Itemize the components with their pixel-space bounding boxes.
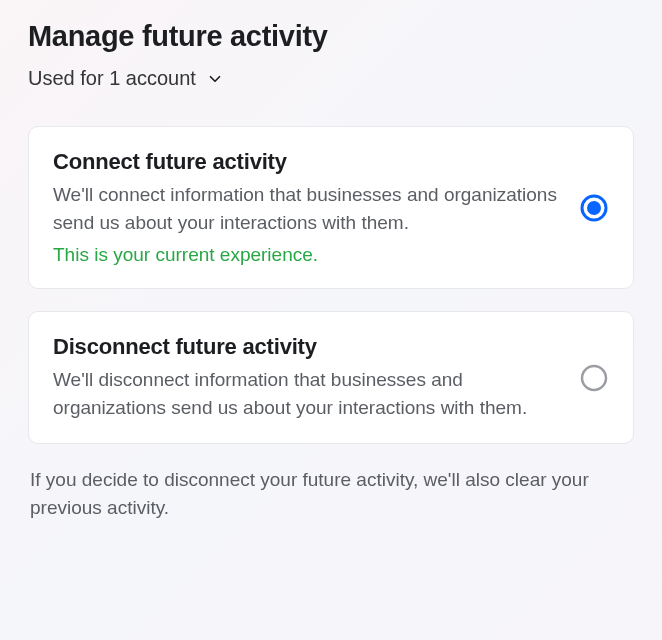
radio-connect[interactable]: [579, 193, 609, 223]
option-connect-description: We'll connect information that businesse…: [53, 181, 559, 236]
chevron-down-icon: [206, 70, 224, 88]
radio-disconnect[interactable]: [579, 363, 609, 393]
svg-point-2: [582, 366, 606, 390]
option-disconnect-content: Disconnect future activity We'll disconn…: [53, 334, 559, 421]
option-connect-content: Connect future activity We'll connect in…: [53, 149, 559, 266]
option-disconnect-future-activity[interactable]: Disconnect future activity We'll disconn…: [28, 311, 634, 444]
current-experience-note: This is your current experience.: [53, 244, 559, 266]
account-selector-label: Used for 1 account: [28, 67, 196, 90]
footer-note: If you decide to disconnect your future …: [28, 466, 634, 521]
option-connect-future-activity[interactable]: Connect future activity We'll connect in…: [28, 126, 634, 289]
option-disconnect-title: Disconnect future activity: [53, 334, 559, 360]
option-connect-title: Connect future activity: [53, 149, 559, 175]
svg-point-1: [587, 201, 601, 215]
page-title: Manage future activity: [28, 20, 634, 53]
account-selector[interactable]: Used for 1 account: [28, 67, 224, 90]
option-disconnect-description: We'll disconnect information that busine…: [53, 366, 559, 421]
